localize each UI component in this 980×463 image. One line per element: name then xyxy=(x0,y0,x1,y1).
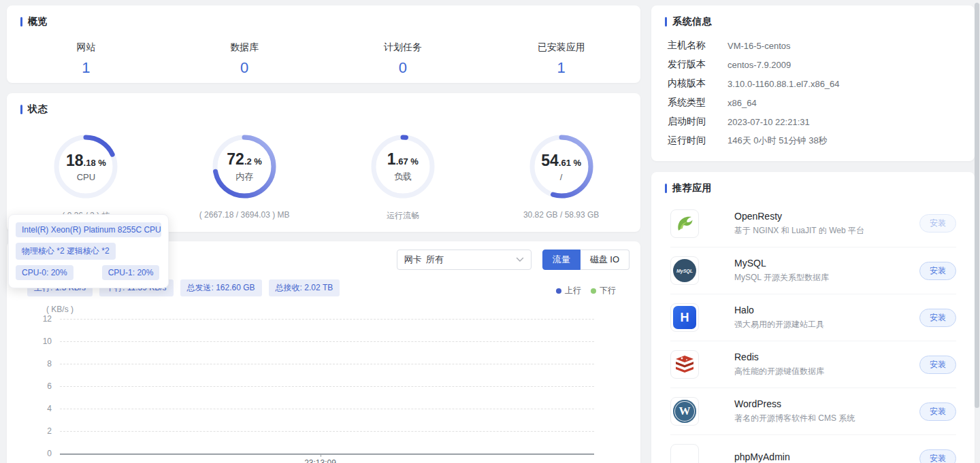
gauge-memory[interactable]: 72.2 % 内存 ( 2667.18 / 3694.03 ) MB xyxy=(165,134,324,222)
y-tick: 2 xyxy=(20,426,52,436)
gauge-load-value: 1.67 % xyxy=(387,150,419,169)
gauge-cpu[interactable]: 18.18 % CPU ( 0.36 / 2 ) 核 xyxy=(7,134,165,222)
boot-time-value: 2023-07-10 22:21:31 xyxy=(728,117,810,127)
uptime-label: 运行时间 xyxy=(668,135,718,147)
recommended-apps-title: 推荐应用 xyxy=(672,182,712,194)
title-accent-bar xyxy=(20,105,22,114)
legend-upstream-label: 上行 xyxy=(565,285,581,296)
install-mysql-button[interactable]: 安装 xyxy=(919,262,956,280)
gauge-memory-ring[interactable]: 72.2 % 内存 xyxy=(212,134,277,199)
stat-installed-apps-value[interactable]: 1 xyxy=(482,59,640,77)
network-interface-select[interactable]: 网卡所有 xyxy=(397,250,532,270)
y-tick: 12 xyxy=(20,314,52,324)
chart-legend: 上行 下行 xyxy=(556,285,616,296)
y-tick: 4 xyxy=(20,404,52,413)
app-name: Redis xyxy=(734,351,824,362)
system-info-title: 系统信息 xyxy=(672,16,712,28)
status-title: 状态 xyxy=(28,103,48,116)
disk-io-tab-button[interactable]: 磁盘 IO xyxy=(581,250,630,270)
gauge-load-label: 负载 xyxy=(394,171,412,183)
stat-databases-value[interactable]: 0 xyxy=(165,59,324,77)
app-row-redis[interactable]: Redis 高性能的开源键值数据库 安装 xyxy=(670,341,956,388)
gauge-disk-root-label: / xyxy=(560,172,563,182)
app-name: OpenResty xyxy=(734,211,864,222)
traffic-tab-button[interactable]: 流量 xyxy=(542,250,581,270)
gauge-load-detail: 运行流畅 xyxy=(387,210,419,222)
app-row-wordpress[interactable]: W WordPress 著名的开源博客软件和 CMS 系统 安装 xyxy=(670,388,956,434)
install-phpmyadmin-button[interactable]: 安装 xyxy=(919,449,956,463)
overview-stats: 网站 1 数据库 0 计划任务 0 已安装应用 1 xyxy=(7,41,640,77)
system-info-header: 系统信息 xyxy=(651,5,975,28)
gridline xyxy=(60,364,594,364)
gridline xyxy=(60,319,594,320)
gauge-cpu-value: 18.18 % xyxy=(66,152,106,170)
hostname-value: VM-16-5-centos xyxy=(728,41,790,51)
hostname-label: 主机名称 xyxy=(668,39,718,52)
monitor-mode-switch: 流量 磁盘 IO xyxy=(542,250,630,270)
recommended-apps-card: 推荐应用 OpenResty 基于 NGINX 和 LuaJIT 的 Web 平… xyxy=(651,172,975,463)
x-tick-mark xyxy=(321,453,321,457)
distro-label: 发行版本 xyxy=(668,58,718,71)
overview-title: 概览 xyxy=(28,16,48,28)
install-redis-button[interactable]: 安装 xyxy=(919,356,956,374)
legend-upstream-dot xyxy=(556,288,561,294)
gauge-memory-label: 内存 xyxy=(235,171,253,183)
gauge-load-ring[interactable]: 1.67 % 负载 xyxy=(370,134,436,199)
openresty-icon xyxy=(674,213,695,234)
redis-icon xyxy=(674,355,695,374)
gauge-disk-root[interactable]: 54.61 % / 30.82 GB / 58.93 GB xyxy=(482,134,640,222)
y-tick: 10 xyxy=(20,337,52,346)
app-desc: 强大易用的开源建站工具 xyxy=(734,319,824,330)
cpu-cores-tag: 物理核心 *2 逻辑核心 *2 xyxy=(16,243,116,260)
system-info-rows: 主机名称 VM-16-5-centos 发行版本 centos-7.9.2009… xyxy=(651,28,975,150)
title-accent-bar xyxy=(665,184,667,193)
stat-installed-apps[interactable]: 已安装应用 1 xyxy=(482,41,640,77)
gauge-disk-root-ring[interactable]: 54.61 % / xyxy=(529,134,594,199)
gauge-cpu-label: CPU xyxy=(77,172,95,182)
recommended-apps-header: 推荐应用 xyxy=(651,172,975,194)
select-value: 所有 xyxy=(426,254,444,264)
arch-value: x86_64 xyxy=(728,98,757,108)
gauge-cpu-ring[interactable]: 18.18 % CPU xyxy=(53,134,118,199)
mysql-icon: MySQL xyxy=(673,259,696,282)
y-tick: 8 xyxy=(20,359,52,368)
stat-cronjobs-value[interactable]: 0 xyxy=(324,59,483,77)
kernel-row: 内核版本 3.10.0-1160.88.1.el7.x86_64 xyxy=(668,74,958,93)
app-row-halo[interactable]: H Halo 强大易用的开源建站工具 安装 xyxy=(670,294,956,341)
y-tick: 0 xyxy=(20,449,52,458)
x-axis-line xyxy=(60,453,594,455)
install-wordpress-button[interactable]: 安装 xyxy=(919,402,956,421)
gridline xyxy=(60,341,594,342)
app-desc: 高性能的开源键值数据库 xyxy=(734,366,824,377)
wordpress-icon: W xyxy=(673,400,696,423)
arch-row: 系统类型 x86_64 xyxy=(668,93,958,112)
x-tick-label: 23:13:09 xyxy=(304,458,336,463)
install-openresty-button[interactable]: 安装 xyxy=(919,214,956,233)
app-row-mysql[interactable]: MySQL MySQL MySQL 开源关系型数据库 安装 xyxy=(670,247,956,294)
app-list: OpenResty 基于 NGINX 和 LuaJIT 的 Web 平台 安装 … xyxy=(651,200,975,463)
stat-websites-value[interactable]: 1 xyxy=(7,59,165,77)
halo-icon: H xyxy=(673,306,696,329)
app-name: Halo xyxy=(734,305,824,315)
overview-card-header: 概览 xyxy=(7,5,640,28)
traffic-chart[interactable]: ( KB/s ) 12 10 8 6 4 2 0 23:13:09 xyxy=(7,305,640,453)
app-row-openresty[interactable]: OpenResty 基于 NGINX 和 LuaJIT 的 Web 平台 安装 xyxy=(670,200,956,247)
gauge-grid: 18.18 % CPU ( 0.36 / 2 ) 核 72.2 % 内存 xyxy=(7,134,640,222)
gridline xyxy=(60,431,594,432)
arch-label: 系统类型 xyxy=(668,97,718,109)
stat-databases[interactable]: 数据库 0 xyxy=(165,41,324,77)
stat-cronjobs[interactable]: 计划任务 0 xyxy=(324,41,483,77)
gauge-load[interactable]: 1.67 % 负载 运行流畅 xyxy=(324,134,483,222)
stat-databases-label: 数据库 xyxy=(165,41,324,54)
chart-grid: 12 10 8 6 4 2 0 23:13:09 xyxy=(20,319,627,453)
install-halo-button[interactable]: 安装 xyxy=(919,309,956,327)
chevron-down-icon xyxy=(516,257,524,262)
uptime-value: 146天 0小时 51分钟 38秒 xyxy=(728,135,828,147)
app-desc: 著名的开源博客软件和 CMS 系统 xyxy=(734,413,855,424)
stat-websites[interactable]: 网站 1 xyxy=(7,41,165,77)
boot-time-label: 启动时间 xyxy=(668,116,718,128)
app-row-phpmyadmin[interactable]: phpMyAdmin 安装 xyxy=(670,434,956,463)
vertical-scrollbar-thumb[interactable] xyxy=(975,3,979,408)
legend-upstream[interactable]: 上行 xyxy=(556,285,581,296)
legend-downstream[interactable]: 下行 xyxy=(591,285,616,296)
